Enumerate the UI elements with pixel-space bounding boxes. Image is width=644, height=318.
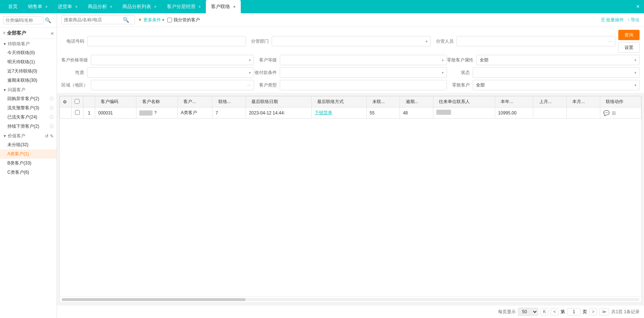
pay-condition-label: 收付款条件 xyxy=(254,70,280,76)
tab-close-purchase[interactable]: × xyxy=(75,4,77,9)
next-page-button[interactable]: > xyxy=(589,308,597,315)
tab-close-customer-contact[interactable]: × xyxy=(233,4,235,9)
nav-tab-customer-contact[interactable]: 客户联络× xyxy=(206,0,240,13)
nav-tab-product-list[interactable]: 商品分析列表× xyxy=(117,0,161,13)
sidebar-item-class-b[interactable]: B类客户(33) xyxy=(0,159,57,168)
nav-tab-sales[interactable]: 销售单× xyxy=(23,0,53,13)
sidebar-item-repurchase-abnormal[interactable]: 回购异常客户(2) ⓘ xyxy=(0,94,57,103)
export-button[interactable]: ↑ 导出 xyxy=(627,17,640,23)
row-code: 000031 xyxy=(95,107,136,119)
row-name: ？ xyxy=(136,107,178,119)
sidebar-item-tomorrow[interactable]: 明天待联络(1) xyxy=(0,57,57,67)
tab-close-customer-segment[interactable]: × xyxy=(198,4,201,9)
sidebar-item-declining[interactable]: 持续下滑客户(2) ⓘ xyxy=(0,122,57,131)
row-last-month xyxy=(533,107,567,119)
col-action: :联络动作 xyxy=(600,96,641,107)
pay-condition-select[interactable]: ▾ xyxy=(280,67,447,78)
col-num xyxy=(83,96,95,107)
row-last-method[interactable]: 下销货单 xyxy=(311,107,366,119)
filter-search-icon[interactable]: 🔍 xyxy=(123,17,129,23)
data-table-area: ⚙ :客户编码 :客户名称 :客户... :联络... :最后联络日期 :最后 xyxy=(59,96,642,303)
window-close-button[interactable]: × xyxy=(636,3,640,10)
settings-gear-icon[interactable]: ⚙ xyxy=(63,99,67,105)
filter-search-input[interactable] xyxy=(64,17,123,22)
customer-table: ⚙ :客户编码 :客户名称 :客户... :联络... :最后联络日期 :最后 xyxy=(60,96,641,119)
chat-icon[interactable]: 💬 xyxy=(603,110,609,116)
tab-close-product-list[interactable]: × xyxy=(154,4,156,9)
my-customers-filter[interactable]: 我分管的客户 xyxy=(167,17,200,23)
row-actions: 💬 ⊞ xyxy=(600,107,641,119)
all-customers-header[interactable]: ⠿ 全部客户 « xyxy=(0,28,57,39)
info-icon-repurchase: ⓘ xyxy=(50,96,54,102)
last-page-button[interactable]: ≫ xyxy=(599,308,609,315)
nav-tab-customer-segment[interactable]: 客户分层经营× xyxy=(162,0,206,13)
row-checkbox-0[interactable] xyxy=(75,110,80,115)
manager-select[interactable]: ··· xyxy=(457,36,615,46)
sidebar-item-churned[interactable]: 已流失客户(24) ⓘ xyxy=(0,113,57,122)
department-select[interactable]: ▾ xyxy=(272,36,430,46)
page-unit: 页 xyxy=(583,309,587,315)
last-method-link[interactable]: 下销货单 xyxy=(315,110,332,115)
more-conditions-button[interactable]: ▼ 更多条件 ▾ xyxy=(138,17,164,23)
info-icon-declining: ⓘ xyxy=(50,124,54,129)
sidebar-item-class-a[interactable]: A类客户(1) xyxy=(0,149,57,159)
customer-type-select[interactable] xyxy=(280,80,447,90)
first-page-button[interactable]: K xyxy=(540,308,548,315)
status-select[interactable]: ▾ xyxy=(473,67,640,78)
pending-group-label: 待联络客户 xyxy=(8,41,30,47)
main-layout: 🔍 ⠿ 全部客户 « ▼ 待联络客户 今天待联络(0) 明天待联络(1) 近7天… xyxy=(0,13,644,318)
scrollbar-track[interactable] xyxy=(62,298,639,301)
per-page-select[interactable]: 50 100 200 xyxy=(518,308,538,316)
retail-select[interactable]: 全部 ▾ xyxy=(473,80,640,90)
tab-close-product-analysis[interactable]: × xyxy=(110,4,112,9)
settings-button[interactable]: 设置 xyxy=(618,42,640,53)
sidebar-item-churn-warning[interactable]: 流失预警客户(3) ⓘ xyxy=(0,103,57,113)
batch-ops-button[interactable]: ☰ 批量操作 xyxy=(601,17,624,23)
field-customer-type: 客户类型 xyxy=(254,80,447,90)
retail-attr-arrow-icon: ▾ xyxy=(634,58,636,62)
scrollbar-thumb[interactable] xyxy=(62,298,246,301)
field-pay-condition: 收付款条件 ▾ xyxy=(254,67,447,78)
sidebar-item-overdue[interactable]: 逾期未联络(30) xyxy=(0,76,57,85)
nav-tab-home[interactable]: 首页 xyxy=(3,0,23,13)
sidebar-search-input[interactable] xyxy=(3,16,43,24)
sidebar-item-unclassified[interactable]: 未分组(32) xyxy=(0,140,57,149)
qr-icon[interactable]: ⊞ xyxy=(612,110,616,116)
query-button[interactable]: 查询 xyxy=(618,30,640,40)
sidebar-group-problem[interactable]: ▼ 问题客户 xyxy=(0,85,57,94)
col-checkbox[interactable] xyxy=(72,96,83,107)
my-customers-checkbox[interactable] xyxy=(167,18,172,22)
retail-attr-select[interactable]: 全部 ▾ xyxy=(476,55,640,65)
field-manager: 分管人员 ··· xyxy=(431,36,615,46)
sidebar-item-class-c[interactable]: C类客户(6) xyxy=(0,168,57,177)
sidebar-search-icon[interactable]: 🔍 xyxy=(45,17,51,23)
export-icon: ↑ xyxy=(627,17,630,22)
page-number-input[interactable] xyxy=(567,308,580,315)
filter-search-box[interactable]: 🔍 xyxy=(61,15,135,24)
phone-input[interactable] xyxy=(87,36,246,46)
sidebar-group-value[interactable]: ▼ 价值客户 ↺ ✎ xyxy=(0,131,57,140)
nav-tab-product-analysis[interactable]: 商品分析× xyxy=(83,0,117,13)
table-scroll-area[interactable]: ⚙ :客户编码 :客户名称 :客户... :联络... :最后联络日期 :最后 xyxy=(60,96,641,296)
tab-close-sales[interactable]: × xyxy=(45,4,47,9)
edit-value-icon[interactable]: ✎ xyxy=(50,134,54,139)
nav-tab-purchase[interactable]: 进货单× xyxy=(53,0,82,13)
col-settings[interactable]: ⚙ xyxy=(60,96,72,107)
pay-condition-arrow-icon: ▾ xyxy=(442,71,444,75)
price-level-select[interactable]: ▾ xyxy=(91,55,254,65)
sidebar-group-pending[interactable]: ▼ 待联络客户 xyxy=(0,39,57,48)
select-all-checkbox[interactable] xyxy=(75,99,79,104)
phone-label: 电话号码 xyxy=(61,38,87,45)
row-checkbox-cell[interactable] xyxy=(72,107,83,119)
all-customers-label: 全部客户 xyxy=(7,30,26,36)
sidebar-collapse-button[interactable]: « xyxy=(51,30,54,36)
nature-select[interactable]: ▾ xyxy=(87,67,254,78)
prev-page-button[interactable]: < xyxy=(551,308,558,315)
sidebar-item-week[interactable]: 近7天待联络(0) xyxy=(0,67,57,76)
col-last-method: :最后联络方式 xyxy=(311,96,366,107)
customer-level-select[interactable]: ▾ xyxy=(280,55,447,65)
region-select[interactable]: ··· xyxy=(91,80,254,90)
sidebar-item-today[interactable]: 今天待联络(0) xyxy=(0,48,57,57)
region-dots-icon: ··· xyxy=(247,82,251,88)
refresh-icon[interactable]: ↺ xyxy=(45,134,49,139)
